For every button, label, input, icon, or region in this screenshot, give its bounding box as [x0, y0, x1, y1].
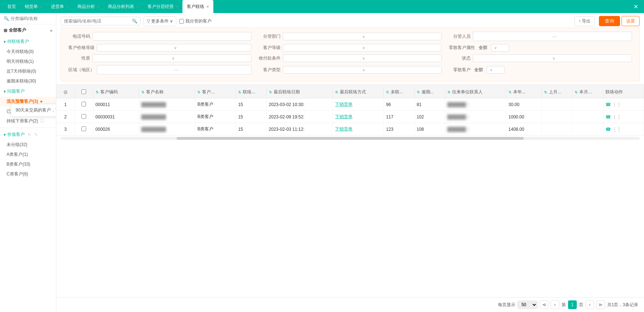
- prev-page-btn[interactable]: ‹: [551, 300, 559, 309]
- sidebar-item-ungrouped[interactable]: 未分组(32): [0, 140, 56, 150]
- tab-sales[interactable]: 销货单 ×: [20, 0, 47, 13]
- more-icon-person[interactable]: ···: [551, 33, 629, 39]
- tab-analysis-list[interactable]: 商品分析列表 ×: [104, 0, 143, 13]
- tab-analysis[interactable]: 商品分析 ×: [73, 0, 104, 13]
- filter-select-status[interactable]: ∨: [473, 54, 632, 62]
- tab-customer-contact[interactable]: 客户联络 ×: [182, 0, 213, 13]
- filter-search-box[interactable]: 🔍: [61, 17, 141, 25]
- sidebar-item-today[interactable]: 今天待联络(0): [0, 47, 56, 57]
- settings-icon[interactable]: ⚙: [63, 89, 68, 95]
- filter-select-pricelevel[interactable]: ∨: [97, 44, 251, 52]
- tab-sales-close[interactable]: ×: [40, 4, 42, 9]
- tab-customer-contact-close[interactable]: ×: [206, 4, 209, 9]
- th-overdue[interactable]: ⇅ 逾期...: [414, 86, 445, 98]
- sidebar-item-tomorrow[interactable]: 明天待联络(1): [0, 57, 56, 66]
- tab-customer-tier[interactable]: 客户分层经营 ×: [143, 0, 182, 13]
- filter-search-icon[interactable]: 🔍: [132, 19, 137, 24]
- sidebar-group-pending[interactable]: ▾ 待联络客户: [0, 36, 56, 47]
- row-checkbox[interactable]: [81, 126, 86, 131]
- last-page-btn[interactable]: ⊳: [596, 300, 605, 309]
- per-page-select[interactable]: 50 100 200: [518, 301, 538, 309]
- th-units[interactable]: ⇅ 往来单位联系人: [445, 86, 506, 98]
- filter-select-customertype[interactable]: ∨: [283, 66, 442, 74]
- cell-check[interactable]: [75, 98, 93, 111]
- tab-analysis-close[interactable]: ×: [97, 4, 99, 9]
- next-page-btn[interactable]: ›: [585, 300, 594, 309]
- query-btn[interactable]: 查询: [599, 16, 620, 26]
- filter-select-retail[interactable]: ∨: [487, 66, 505, 74]
- th-lastway[interactable]: ⇅ 最后联络方式: [333, 86, 384, 98]
- sidebar-search-input[interactable]: [11, 16, 56, 21]
- settings-btn[interactable]: 设置: [621, 16, 640, 26]
- th-settings[interactable]: ⚙: [56, 86, 75, 98]
- th-thismonth[interactable]: ⇅ 本月...: [572, 86, 603, 98]
- sidebar-group-valued[interactable]: ▾ 价值客户 ↻ ✎: [0, 129, 56, 140]
- contact-action-icon[interactable]: ☎: [605, 102, 611, 107]
- th-lastmonth[interactable]: ⇅ 上月...: [542, 86, 572, 98]
- more-icon-region[interactable]: ···: [173, 67, 248, 73]
- edit-icon[interactable]: ✎: [34, 132, 38, 137]
- contact-action-icon[interactable]: ☎: [605, 127, 611, 132]
- row-checkbox[interactable]: [81, 114, 86, 119]
- lastway-link[interactable]: 下销货单: [335, 114, 353, 119]
- tab-analysis-list-close[interactable]: ×: [136, 4, 138, 9]
- filter-select-dept[interactable]: ∨: [283, 33, 442, 40]
- my-customers-checkbox[interactable]: 我分管的客户: [179, 18, 212, 24]
- tab-purchase-close[interactable]: ×: [66, 4, 68, 9]
- cell-check[interactable]: [75, 123, 93, 135]
- lastway-link[interactable]: 下销货单: [335, 102, 353, 107]
- tab-customer-tier-close[interactable]: ×: [176, 4, 178, 9]
- more-action-icon[interactable]: ⋮⋮: [612, 114, 621, 119]
- more-action-icon[interactable]: ⋮⋮: [612, 127, 621, 132]
- first-page-btn[interactable]: ⊲: [540, 300, 548, 309]
- filter-select-nature[interactable]: ∨: [92, 54, 251, 62]
- collapse-icon[interactable]: «: [50, 28, 52, 33]
- th-thisyear[interactable]: ⇅ 本年...: [506, 86, 542, 98]
- th-name[interactable]: ⇅ 客户名称: [139, 86, 195, 98]
- filter-search-input[interactable]: [64, 19, 130, 24]
- tab-home[interactable]: 首页: [3, 0, 20, 13]
- th-check[interactable]: [75, 86, 93, 98]
- horizontal-scrollbar[interactable]: [56, 135, 644, 141]
- th-contact[interactable]: ⇅ 联络...: [236, 86, 266, 98]
- filter-select-customerlevel[interactable]: ∨: [283, 44, 442, 52]
- contact-action-icon[interactable]: ☎: [605, 114, 611, 119]
- filter-cell-customerlevel: 客户等级 ∨: [255, 44, 446, 52]
- cell-lastway[interactable]: 下销货单: [333, 111, 384, 123]
- cell-no: 2: [56, 111, 75, 123]
- th-code[interactable]: ⇅ 客户编码: [93, 86, 139, 98]
- select-all-check[interactable]: [81, 89, 86, 94]
- filter-select-retails[interactable]: ∨: [491, 44, 509, 52]
- info-icon2: ⓘ: [40, 118, 44, 123]
- tab-purchase[interactable]: 进货单 ×: [47, 0, 73, 13]
- cell-lastway[interactable]: 下销货单: [333, 98, 384, 111]
- arrow-down-icon3: ▾: [4, 132, 6, 137]
- th-notcontact[interactable]: ⇅ 未联...: [384, 86, 414, 98]
- app-close-icon[interactable]: ✕: [631, 3, 641, 10]
- sidebar-item-7days[interactable]: 近7天待联络(0): [0, 66, 56, 76]
- th-lastdate[interactable]: ⇅ 最后联络日期: [266, 86, 333, 98]
- filter-select-region[interactable]: ···: [97, 65, 251, 74]
- sidebar-all-customers[interactable]: ⊞ 全部客户 «: [0, 24, 56, 36]
- export-btn[interactable]: ↑ 导出: [575, 16, 595, 26]
- filter-select-payment[interactable]: ∨: [283, 54, 442, 62]
- th-type[interactable]: ⇅ 客户...: [195, 86, 236, 98]
- cell-lastway[interactable]: 下销货单: [333, 123, 384, 135]
- filter-select-person[interactable]: ···: [473, 32, 632, 41]
- th-lastway-label: 最后联络方式: [340, 89, 366, 95]
- lastway-link[interactable]: 下销货单: [335, 126, 353, 131]
- sidebar-item-classA[interactable]: A类客户(1): [0, 150, 56, 159]
- sidebar-item-downtrend[interactable]: 持续下滑客户(2) ⓘ: [0, 116, 56, 126]
- sidebar-search-box[interactable]: 🔍: [0, 13, 56, 24]
- more-conditions-btn[interactable]: ▽ 更多条件 ∨: [144, 16, 176, 26]
- sidebar-item-classC[interactable]: C类客户(6): [0, 169, 56, 179]
- cell-check[interactable]: [75, 111, 93, 123]
- more-action-icon[interactable]: ⋮⋮: [612, 102, 621, 107]
- sidebar-group-atrisk[interactable]: ▾ 问题客户: [0, 86, 56, 97]
- row-checkbox[interactable]: [81, 102, 86, 106]
- refresh-icon[interactable]: ↻: [28, 132, 31, 137]
- my-customers-check[interactable]: [179, 19, 184, 24]
- filter-input-phone[interactable]: [92, 32, 251, 41]
- sidebar-item-classB[interactable]: B类客户(33): [0, 159, 56, 169]
- sidebar-item-overdue[interactable]: 逾期未联络(30): [0, 76, 56, 86]
